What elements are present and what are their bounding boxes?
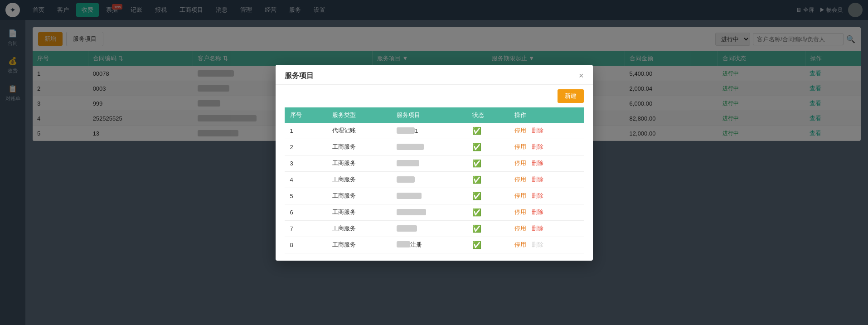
stop-button[interactable]: 停用: [514, 176, 526, 183]
service-items-modal: 服务项目 × 新建 序号 服务类型 服务项目 状态 操作: [276, 65, 593, 261]
modal-col-seq: 序号: [285, 107, 327, 123]
delete-button-disabled: 删除: [532, 241, 543, 248]
modal-body: 序号 服务类型 服务项目 状态 操作 1 代理记账 1 ✅ 停用: [276, 107, 593, 261]
modal-col-item: 服务项目: [391, 107, 467, 123]
modal-close-button[interactable]: ×: [579, 71, 584, 81]
modal-table-row: 8 工商服务 注册 ✅ 停用 删除: [285, 237, 584, 253]
status-check-icon: ✅: [472, 176, 481, 184]
status-check-icon: ✅: [472, 127, 481, 135]
modal-table-row: 6 工商服务 ✅ 停用 删除: [285, 204, 584, 220]
modal-table-row: 4 工商服务 ✅ 停用 删除: [285, 171, 584, 188]
modal-overlay[interactable]: 服务项目 × 新建 序号 服务类型 服务项目 状态 操作: [0, 0, 868, 325]
status-check-icon: ✅: [472, 225, 481, 233]
status-check-icon: ✅: [472, 192, 481, 200]
modal-table-row: 2 工商服务 ✅ 停用 删除: [285, 139, 584, 155]
stop-button[interactable]: 停用: [514, 241, 526, 248]
delete-button[interactable]: 删除: [532, 127, 543, 134]
stop-button[interactable]: 停用: [514, 143, 526, 150]
modal-table-row: 3 工商服务 ✅ 停用 删除: [285, 155, 584, 171]
delete-button[interactable]: 删除: [532, 143, 543, 150]
status-check-icon: ✅: [472, 209, 481, 216]
status-check-icon: ✅: [472, 143, 481, 151]
status-check-icon: ✅: [472, 160, 481, 167]
modal-col-action: 操作: [509, 107, 583, 123]
modal-col-type: 服务类型: [327, 107, 391, 123]
stop-button[interactable]: 停用: [514, 160, 526, 166]
delete-button[interactable]: 删除: [532, 225, 543, 232]
service-items-table: 序号 服务类型 服务项目 状态 操作 1 代理记账 1 ✅ 停用: [285, 107, 584, 253]
stop-button[interactable]: 停用: [514, 127, 526, 134]
modal-toolbar: 新建: [276, 85, 593, 107]
modal-header: 服务项目 ×: [276, 65, 593, 85]
delete-button[interactable]: 删除: [532, 160, 543, 166]
modal-new-button[interactable]: 新建: [558, 89, 584, 103]
delete-button[interactable]: 删除: [532, 209, 543, 215]
delete-button[interactable]: 删除: [532, 192, 543, 199]
stop-button[interactable]: 停用: [514, 192, 526, 199]
modal-table-row: 5 工商服务 ✅ 停用 删除: [285, 188, 584, 204]
modal-col-status: 状态: [467, 107, 509, 123]
modal-table-row: 7 工商服务 ✅ 停用 删除: [285, 220, 584, 237]
modal-table-row: 1 代理记账 1 ✅ 停用 删除: [285, 123, 584, 139]
delete-button[interactable]: 删除: [532, 176, 543, 183]
stop-button[interactable]: 停用: [514, 209, 526, 215]
status-check-icon: ✅: [472, 241, 481, 249]
modal-title: 服务项目: [285, 71, 314, 81]
stop-button[interactable]: 停用: [514, 225, 526, 232]
